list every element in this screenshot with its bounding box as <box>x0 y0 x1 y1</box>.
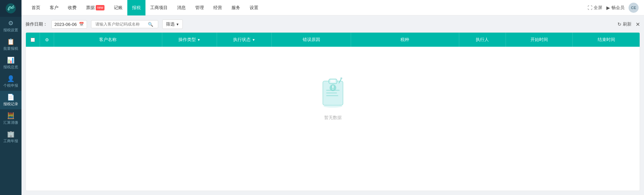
th-checkbox[interactable] <box>26 33 40 47</box>
date-label: 操作日期： <box>26 21 47 27</box>
sidebar-item-label-tax-overview: 报税总览 <box>3 65 18 70</box>
nav-admin[interactable]: 管理 <box>190 0 209 15</box>
svg-point-10 <box>332 89 333 90</box>
personal-tax-icon: 👤 <box>7 76 14 82</box>
search-icon[interactable]: 🔍 <box>148 22 153 27</box>
search-input[interactable] <box>94 21 148 28</box>
th-executor: 执行人 <box>459 33 506 47</box>
content-area: 操作日期： 2023-06-06 📅 🔍 筛选 ▼ ↻ 刷新 ✕ <box>22 15 644 195</box>
th-tax-type: 税种 <box>351 33 459 47</box>
filter-label: 筛选 <box>166 21 175 27</box>
main-area: 首页 客户 收费 票据 new 记账 报税 工商项目 消息 <box>22 0 644 195</box>
fullscreen-button[interactable]: ⛶ 全屏 <box>588 5 602 11</box>
filter-icon-status[interactable]: ▼ <box>252 38 255 42</box>
th-end-time: 结束时间 <box>573 33 640 47</box>
date-picker[interactable]: 2023-06-06 📅 <box>51 20 87 29</box>
nav-message[interactable]: 消息 <box>172 0 190 15</box>
svg-rect-7 <box>326 95 338 96</box>
tax-overview-icon: 📊 <box>7 57 14 63</box>
data-table: ⚙ 客户名称 操作类型 ▼ 执行状态 ▼ 错误原因 税种 <box>26 32 640 191</box>
sidebar-item-personal-tax[interactable]: 👤 个税申报 <box>0 72 22 91</box>
th-exec-status: 执行状态 ▼ <box>217 33 272 47</box>
search-box: 🔍 <box>91 20 158 28</box>
new-badge: new <box>96 5 104 10</box>
sidebar-item-label-calc-tax: 汇算清缴 <box>3 120 18 125</box>
sidebar-item-tax-overview[interactable]: 📊 报税总览 <box>0 54 22 72</box>
sidebar-item-annual-report[interactable]: 🏢 工商年报 <box>0 128 22 146</box>
calc-tax-icon: 🧮 <box>7 113 14 119</box>
toolbar: 操作日期： 2023-06-06 📅 🔍 筛选 ▼ ↻ 刷新 ✕ <box>26 20 640 29</box>
sidebar-item-calc-tax[interactable]: 🧮 汇算清缴 <box>0 109 22 128</box>
th-error-reason: 错误原因 <box>272 33 351 47</box>
svg-rect-6 <box>326 92 337 93</box>
topnav-right: ⛶ 全屏 ▶ 畅会员 CE <box>588 3 639 13</box>
sidebar: ⚙ 报税设置 📋 批量报税 📊 报税总览 👤 个税申报 📄 报税记录 🧮 汇算清… <box>0 0 22 195</box>
sidebar-item-tax-settings[interactable]: ⚙ 报税设置 <box>0 17 22 35</box>
th-start-time: 开始时间 <box>506 33 573 47</box>
th-client-name: 客户名称 <box>54 33 162 47</box>
top-navigation: 首页 客户 收费 票据 new 记账 报税 工商项目 消息 <box>22 0 644 15</box>
nav-invoice[interactable]: 票据 new <box>81 0 109 15</box>
sidebar-item-label-batch-tax: 批量报税 <box>3 46 18 51</box>
empty-icon <box>316 74 350 111</box>
close-icon: ✕ <box>636 21 640 28</box>
svg-point-13 <box>324 105 342 108</box>
batch-tax-icon: 📋 <box>7 39 14 45</box>
nav-home[interactable]: 首页 <box>27 0 45 15</box>
svg-rect-4 <box>331 80 335 82</box>
refresh-button[interactable]: ↻ 刷新 <box>617 21 632 27</box>
nav-service[interactable]: 服务 <box>227 0 245 15</box>
table-header: ⚙ 客户名称 操作类型 ▼ 执行状态 ▼ 错误原因 税种 <box>26 33 640 47</box>
sidebar-item-tax-records[interactable]: 📄 报税记录 <box>0 91 22 109</box>
th-settings[interactable]: ⚙ <box>40 33 54 47</box>
date-value: 2023-06-06 <box>54 22 77 27</box>
filter-button[interactable]: 筛选 ▼ <box>162 20 183 29</box>
nav-client[interactable]: 客户 <box>45 0 63 15</box>
tax-settings-icon: ⚙ <box>8 20 13 26</box>
settings-icon: ⚙ <box>45 37 49 42</box>
calendar-icon: 📅 <box>79 22 84 27</box>
nav-business[interactable]: 工商项目 <box>145 0 172 15</box>
member-button[interactable]: ▶ 畅会员 <box>606 5 625 11</box>
select-all-checkbox[interactable] <box>31 38 35 42</box>
chevron-down-icon: ▼ <box>176 23 179 26</box>
nav-tax[interactable]: 报税 <box>127 0 145 15</box>
svg-point-12 <box>340 77 342 79</box>
avatar[interactable]: CE <box>629 3 639 13</box>
table-body: 暂无数据 <box>26 47 640 148</box>
fullscreen-icon: ⛶ <box>588 5 592 10</box>
annual-report-icon: 🏢 <box>7 131 14 137</box>
refresh-icon: ↻ <box>617 22 621 27</box>
app-logo[interactable] <box>0 0 22 17</box>
sidebar-item-label-tax-settings: 报税设置 <box>3 28 18 33</box>
sidebar-item-label-personal-tax: 个税申报 <box>3 83 18 88</box>
nav-finance[interactable]: 经营 <box>209 0 227 15</box>
nav-billing[interactable]: 收费 <box>63 0 81 15</box>
member-icon: ▶ <box>606 5 610 10</box>
nav-accounting[interactable]: 记账 <box>109 0 127 15</box>
empty-text: 暂无数据 <box>324 115 342 121</box>
close-button[interactable]: ✕ <box>636 21 640 28</box>
filter-icon-optype[interactable]: ▼ <box>197 38 201 42</box>
nav-items: 首页 客户 收费 票据 new 记账 报税 工商项目 消息 <box>27 0 588 15</box>
tax-records-icon: 📄 <box>7 94 14 100</box>
sidebar-item-label-annual-report: 工商年报 <box>3 139 18 144</box>
th-op-type: 操作类型 ▼ <box>162 33 217 47</box>
sidebar-item-batch-tax[interactable]: 📋 批量报税 <box>0 35 22 54</box>
sidebar-item-label-tax-records: 报税记录 <box>3 102 18 107</box>
empty-state: 暂无数据 <box>303 60 363 134</box>
svg-rect-9 <box>332 85 333 88</box>
nav-settings[interactable]: 设置 <box>245 0 263 15</box>
